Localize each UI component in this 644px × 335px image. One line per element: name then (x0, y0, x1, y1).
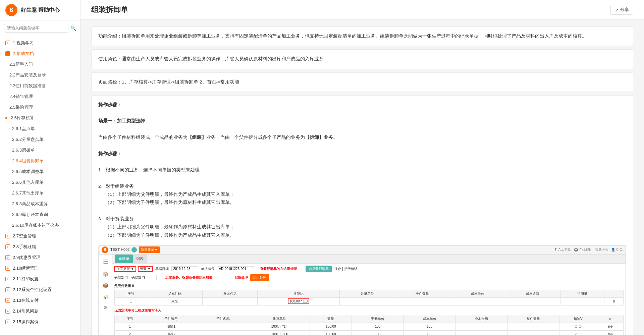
sidebar-item-partial[interactable]: 2.6.2分量盘点单 (0, 134, 80, 145)
ctd-act: ⊕⊖ (597, 323, 624, 330)
sidebar-item-sales[interactable]: 2.4销售管理 (0, 91, 80, 102)
active-dot (5, 117, 7, 119)
sidebar-item-label: 2.6.5成本调整单 (12, 169, 44, 175)
ctd-name (197, 330, 249, 335)
sidebar-item-coupon[interactable]: + 2.9优惠券管理 (0, 252, 80, 263)
expand-icon: + (5, 41, 10, 45)
scene1-desc: 当由多个子件材料组装成一个成品的业务为【组装】业务，当由一个父件拆分成多个子产品… (98, 133, 626, 142)
date-input[interactable] (171, 266, 198, 271)
share-icon: ↗ (615, 7, 619, 12)
main-content: 组装拆卸单 ↗ 分享 功能介绍：组装拆卸单用来处理企业组装或拆卸等加工业务，支持… (80, 0, 644, 335)
cth-price2: 成本单价 (404, 315, 455, 323)
child-table-body: 1 测试1 100(斤)*1= 100.00 100 100 (115, 323, 624, 335)
app-icons: 📍 App下载 🎧 在线帮助 帮助中心 👤 C.C. (553, 247, 623, 253)
type-selector-wrap: 加工类型 ▼ 组装 ▼ (114, 266, 153, 272)
parent-table-body: 1 米米 180.00 * 1.0 (115, 297, 624, 305)
ctd-unit: 100(斤)*1= (249, 323, 310, 330)
type-value[interactable]: 组装 ▼ (138, 266, 153, 272)
parent-table-title: 父元件数量 0 (114, 283, 624, 289)
search-box: 🔍 (0, 20, 80, 36)
expand-icon: + (5, 255, 10, 260)
ctd-code: 测试2 (145, 330, 197, 335)
sidebar-item-label: 2.10经营管理 (13, 265, 39, 271)
sidebar-item-install[interactable]: 2.2产品安装及登录 (0, 70, 80, 80)
sidebar-item-docs[interactable]: − 2.帮助文档 (0, 48, 80, 59)
app-tab-list[interactable]: 列表 (133, 255, 147, 263)
sidebar-item-label: 2.15操作案例 (13, 319, 39, 325)
order-input[interactable] (217, 266, 254, 271)
step3-1: （1）上部明细为父件明细，最终作为原材料生成其它出库单； (98, 223, 626, 231)
screenshot-container: 6 TEST-H002 快速建单▼ 📍 App下载 🎧 在线帮助 帮助中心 👤 … (98, 245, 626, 335)
sidebar-item-transfer[interactable]: 2.6.3调拨单 (0, 145, 80, 156)
path-text: 页面路径：1、库存核算->库存管理->组装拆卸单 2、首页->常用功能 (98, 78, 626, 86)
share-button[interactable]: ↗ 分享 (610, 5, 633, 15)
app-logo: 6 (102, 246, 108, 253)
child-table-head: 序号 子件编号 子件名称 换算单位 数量 千元单价 成本单价 成本金额 (115, 315, 624, 323)
sidebar-item-print[interactable]: + 2.11打印设置 (0, 274, 80, 284)
expand-icon: + (5, 234, 10, 238)
table-row: 1 米米 180.00 * 1.0 (115, 297, 624, 305)
expand-icon: + (5, 277, 10, 281)
sidebar-item-stocktake[interactable]: 2.6.1盘点单 (0, 123, 80, 134)
app-quick-btn[interactable]: 快速建单▼ (139, 246, 160, 253)
step2: 2、对于组装业务 (98, 182, 626, 190)
parent-table-head: 序号 父元件码 父元件名 换算比 计量单位 子件数量 成本单位 成本金额 (115, 290, 624, 297)
ctd-qty: 100.00 (310, 330, 352, 335)
ops-steps-title: 操作步骤： (98, 150, 626, 158)
sidebar-item-label: 2.6.2分量盘点单 (12, 136, 44, 143)
cth-seq: 序号 (115, 315, 145, 323)
sidebar-item-goods-cost[interactable]: 2.6.8商品成本重算 (0, 199, 80, 209)
sidebar-item-label: 2.6.7其他出库单 (12, 190, 44, 196)
th-seq: 序号 (115, 290, 147, 297)
sidebar-item-other-out[interactable]: 2.6.7其他出库单 (0, 188, 80, 199)
step2-1: （1）上部明细为父件明细，最终作为产成品生成其它入库单； (98, 190, 626, 199)
search-button[interactable]: 🔍 (70, 25, 76, 31)
share-label: 分享 (620, 7, 629, 13)
path-card: 页面路径：1、库存核算->库存管理->组装拆卸单 2、首页->常用功能 (91, 72, 633, 92)
sidebar-item-ops[interactable]: + 2.10经营管理 (0, 263, 80, 274)
ctd-name (197, 323, 249, 330)
sidebar-item-stock-check[interactable]: 2.6.9库存账本查询 (0, 209, 80, 220)
sidebar-item-newbie[interactable]: 2.1新手入门 (0, 59, 80, 70)
app-sidebar-icon3: 📦 (103, 281, 108, 290)
sidebar-item-cost[interactable]: 2.6.5成本调整单 (0, 166, 80, 177)
ctd-unit: 100(斤)*1= (249, 330, 310, 335)
enable-btn[interactable]: 启用处理 (250, 274, 269, 281)
ctd-deduct: ☑ ☐ (559, 323, 597, 330)
ops-card: 操作步骤： 场景一：加工类型选择 当由多个子件材料组装成一个成品的业务为【组装】… (91, 95, 633, 335)
app-tab-new[interactable]: 新建单 (115, 255, 133, 263)
dept-input[interactable] (130, 275, 157, 280)
app-sidebar-icon5: ⚙ (103, 303, 108, 312)
type-selector[interactable]: 加工类型 ▼ (114, 266, 136, 272)
td-subqty (395, 297, 450, 305)
td-costamt (505, 297, 560, 305)
expand-icon: + (5, 244, 10, 249)
sidebar-item-payment[interactable]: + 2.13在线支付 (0, 295, 80, 306)
page-title: 组装拆卸单 (91, 5, 128, 15)
sidebar-item-stock-error[interactable]: 2.6.10库存账本错了么办 (0, 220, 80, 231)
qty-cell[interactable]: 180.00 * 1.0 (288, 298, 309, 304)
sidebar-item-purchase[interactable]: 2.5采购管理 (0, 102, 80, 113)
th-parent-code: 父元件码 (147, 290, 202, 297)
th-parent-name: 父元件名 (202, 290, 257, 297)
sidebar-item-assembly[interactable]: 2.6.4组装拆卸单 (0, 156, 80, 166)
sidebar-item-video[interactable]: + 1.视频学习 (0, 38, 80, 48)
sidebar-item-label: 2.11打印设置 (13, 276, 39, 282)
sidebar-item-finance[interactable]: + 2.7资金管理 (0, 231, 80, 241)
sidebar-item-mobile[interactable]: + 2.8手机旺铺 (0, 241, 80, 252)
select-bom-btn[interactable]: 选择装配清单 (306, 266, 332, 272)
cth-deduct: 扣除V (559, 315, 597, 323)
sidebar-item-label: 2.6.6其他入库单 (12, 179, 44, 185)
sidebar-item-custom[interactable]: + 2.12系统个性化设置 (0, 284, 80, 295)
ctd-seq: 1 (115, 323, 145, 330)
search-input[interactable] (4, 24, 68, 33)
sidebar-item-cases[interactable]: + 2.15操作案例 (0, 317, 80, 327)
sidebar-item-label: 2.13在线支付 (13, 297, 39, 303)
sidebar-item-other-in[interactable]: 2.6.6其他入库单 (0, 177, 80, 188)
sidebar-item-faq[interactable]: + 2.14常见问题 (0, 306, 80, 317)
annotation3-text: 启用处理 (234, 275, 248, 281)
expand-icon: + (5, 287, 10, 292)
sidebar-item-inventory[interactable]: 2.6库存核算 (0, 113, 80, 123)
ctd-pieces (507, 323, 559, 330)
sidebar-item-data[interactable]: 2.3使用前数据准备 (0, 80, 80, 91)
